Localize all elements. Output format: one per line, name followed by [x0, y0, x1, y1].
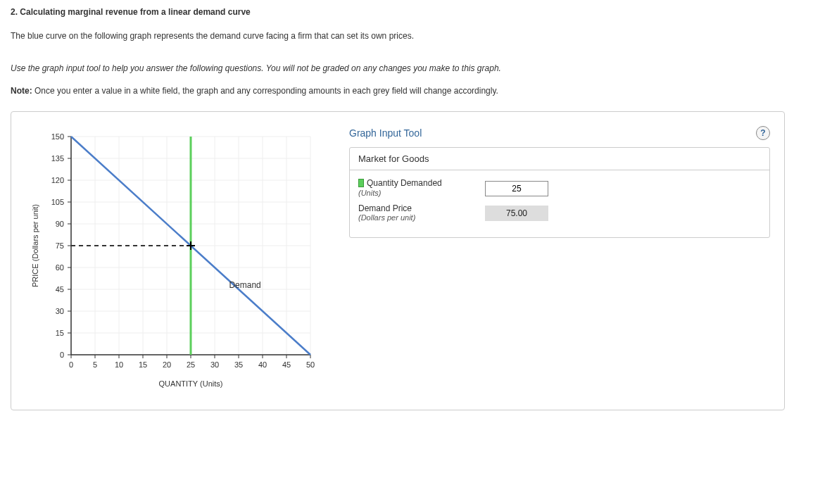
note-line: Note: Once you enter a value in a white … [11, 84, 802, 97]
svg-text:105: 105 [51, 198, 64, 206]
note-text: Once you enter a value in a white field,… [32, 86, 498, 96]
svg-text:5: 5 [93, 360, 97, 369]
quantity-color-chip [358, 179, 364, 187]
demand-chart[interactable]: 0510152025303540455001530456075901051201… [25, 126, 321, 393]
svg-text:10: 10 [115, 360, 123, 369]
svg-text:Demand: Demand [229, 280, 260, 290]
svg-text:PRICE (Dollars per unit): PRICE (Dollars per unit) [31, 204, 39, 287]
svg-text:90: 90 [56, 220, 64, 228]
price-row: Demand Price (Dollars per unit) 75.00 [358, 204, 761, 224]
svg-text:150: 150 [51, 132, 64, 141]
quantity-input[interactable] [485, 181, 548, 196]
svg-text:QUANTITY (Units): QUANTITY (Units) [159, 379, 223, 388]
svg-text:15: 15 [56, 329, 64, 337]
svg-text:45: 45 [56, 285, 64, 294]
price-output: 75.00 [485, 206, 548, 221]
svg-text:20: 20 [163, 360, 171, 369]
svg-text:25: 25 [187, 360, 195, 369]
svg-text:50: 50 [306, 360, 315, 369]
tool-title: Graph Input Tool [349, 127, 422, 139]
svg-text:35: 35 [234, 360, 243, 369]
svg-text:30: 30 [210, 360, 219, 369]
graph-input-tool: Graph Input Tool ? Market for Goods Quan… [349, 126, 770, 396]
quantity-unit-label: (Units) [358, 189, 381, 197]
price-unit-label: (Dollars per unit) [358, 213, 415, 222]
quantity-row: Quantity Demanded (Units) [358, 179, 761, 199]
note-bold-label: Note: [11, 86, 32, 96]
svg-text:45: 45 [282, 360, 291, 369]
market-header: Market for Goods [350, 148, 769, 170]
price-label: Demand Price [358, 203, 412, 213]
intro-text: The blue curve on the following graph re… [11, 30, 802, 42]
svg-text:75: 75 [56, 241, 64, 250]
help-icon[interactable]: ? [756, 126, 770, 140]
graph-panel: 0510152025303540455001530456075901051201… [11, 111, 785, 410]
chart-block[interactable]: 0510152025303540455001530456075901051201… [25, 126, 321, 396]
svg-text:60: 60 [56, 263, 64, 272]
svg-text:0: 0 [69, 360, 73, 369]
svg-text:40: 40 [258, 360, 267, 369]
quantity-label: Quantity Demanded [367, 178, 442, 188]
svg-text:30: 30 [56, 307, 64, 315]
svg-text:15: 15 [139, 360, 147, 369]
svg-text:0: 0 [60, 351, 64, 359]
instruction-text: Use the graph input tool to help you ans… [11, 62, 802, 75]
svg-text:135: 135 [51, 154, 64, 163]
svg-text:120: 120 [51, 176, 64, 184]
question-title: 2. Calculating marginal revenue from a l… [11, 7, 802, 17]
market-box: Market for Goods Quantity Demanded (Unit… [349, 147, 770, 238]
